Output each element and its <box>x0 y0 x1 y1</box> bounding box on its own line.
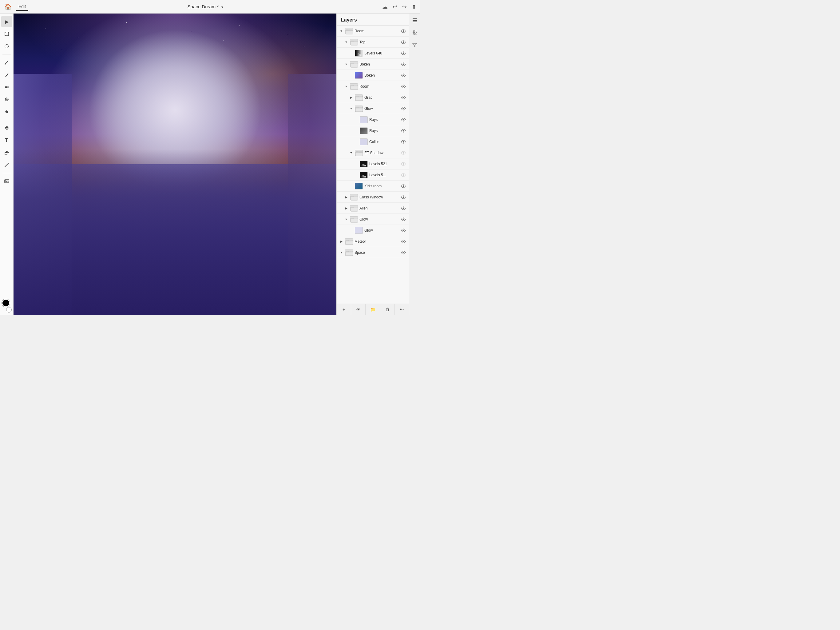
layer-visibility-button[interactable] <box>400 61 406 67</box>
add-layer-button[interactable]: + <box>337 304 351 315</box>
share-button[interactable]: ⬆ <box>412 3 416 10</box>
layer-visibility-button[interactable] <box>400 117 406 123</box>
layer-item[interactable]: ▼Glow <box>337 214 409 225</box>
layer-visibility-button[interactable] <box>400 128 406 134</box>
layer-item[interactable]: ▼Room <box>337 81 409 92</box>
redo-button[interactable]: ↪ <box>402 3 407 10</box>
layer-name: Bokeh <box>359 62 400 66</box>
layer-visibility-button[interactable] <box>400 216 406 222</box>
layer-toggle[interactable]: ▼ <box>349 106 353 111</box>
brush-tool[interactable] <box>1 57 12 68</box>
layer-toggle[interactable]: ▶ <box>344 206 348 211</box>
layer-name: Space <box>355 250 400 255</box>
layer-item[interactable]: Glow <box>337 225 409 236</box>
layer-item[interactable]: Rays <box>337 114 409 125</box>
transform-tool[interactable] <box>1 28 12 40</box>
layer-toggle[interactable]: ▼ <box>344 40 348 44</box>
layer-toggle[interactable]: ▶ <box>339 239 343 244</box>
lasso-tool[interactable] <box>1 41 12 52</box>
layer-toggle[interactable]: ▼ <box>339 29 343 33</box>
layer-visibility-button[interactable] <box>400 205 406 211</box>
adjustments-icon[interactable] <box>411 28 419 37</box>
layer-name: Bokeh <box>364 73 400 78</box>
select-tool[interactable]: ▶ <box>1 16 12 27</box>
layer-visibility-button[interactable] <box>400 172 406 178</box>
layer-item[interactable]: ▼ET Shadow <box>337 147 409 158</box>
foreground-color[interactable] <box>2 299 10 307</box>
layer-visibility-button[interactable] <box>400 161 406 167</box>
home-button[interactable]: 🏠 <box>4 2 12 11</box>
shapes-tool[interactable] <box>1 147 12 158</box>
dodge-tool[interactable] <box>1 122 12 133</box>
layer-item[interactable]: ▼Glow <box>337 103 409 114</box>
svg-point-36 <box>403 130 404 131</box>
layer-item[interactable]: ▼Room <box>337 25 409 36</box>
layer-visibility-button[interactable] <box>400 50 406 56</box>
layer-visibility-button[interactable] <box>400 183 406 189</box>
layer-item[interactable]: ▶Meteor <box>337 236 409 247</box>
layer-item[interactable]: ▼Bokeh <box>337 59 409 70</box>
layer-item[interactable]: Kid's room <box>337 180 409 192</box>
more-button[interactable]: ••• <box>395 304 409 315</box>
layer-toggle[interactable]: ▼ <box>339 250 343 255</box>
layer-item[interactable]: ▶Grad <box>337 92 409 103</box>
layer-item[interactable]: ▼Space <box>337 247 409 258</box>
filters-icon[interactable] <box>411 41 419 49</box>
layer-visibility-button[interactable] <box>400 106 406 112</box>
layer-toggle[interactable]: ▶ <box>349 95 353 100</box>
eraser-tool[interactable] <box>1 82 12 93</box>
layer-item[interactable]: Levels 5... <box>337 169 409 180</box>
layer-visibility-button[interactable] <box>400 83 406 90</box>
layer-toggle[interactable]: ▼ <box>344 217 348 222</box>
layer-item[interactable]: Rays <box>337 125 409 136</box>
layer-thumbnail <box>355 72 363 79</box>
svg-point-46 <box>403 207 404 209</box>
layer-toggle[interactable]: ▼ <box>344 62 348 66</box>
edit-tab[interactable]: Edit <box>16 3 28 11</box>
svg-line-9 <box>8 73 8 74</box>
layer-visibility-button[interactable] <box>400 28 406 34</box>
layer-visibility-button[interactable] <box>400 72 406 78</box>
healing-tool[interactable] <box>1 106 12 117</box>
layer-item[interactable]: Levels 521 <box>337 158 409 169</box>
layer-folder-icon <box>355 95 363 101</box>
layer-visibility-button[interactable] <box>400 139 406 145</box>
layer-visibility-button[interactable] <box>400 238 406 245</box>
layer-item[interactable]: Bokeh <box>337 70 409 81</box>
layer-toggle[interactable]: ▼ <box>344 84 348 89</box>
delete-layer-button[interactable]: 🗑 <box>381 304 395 315</box>
svg-rect-3 <box>5 35 6 36</box>
layer-item[interactable]: Levels 640 <box>337 47 409 59</box>
folder-button[interactable]: 📁 <box>366 304 380 315</box>
layer-visibility-button[interactable] <box>400 250 406 256</box>
layer-visibility-button[interactable] <box>400 227 406 233</box>
background-color[interactable] <box>6 307 12 313</box>
eye-layer-button[interactable]: 👁 <box>351 304 366 315</box>
line-tool[interactable] <box>1 159 12 171</box>
layer-visibility-button[interactable] <box>400 39 406 45</box>
layer-toggle[interactable]: ▶ <box>344 195 348 199</box>
canvas-area[interactable] <box>14 14 336 315</box>
layers-icon[interactable] <box>411 16 419 25</box>
layer-toggle <box>349 228 353 233</box>
layer-visibility-button[interactable] <box>400 150 406 156</box>
topbar-actions: ☁ ↩ ↪ ⬆ <box>382 3 416 10</box>
layer-folder-icon <box>350 39 358 45</box>
type-tool[interactable]: T <box>1 135 12 146</box>
pen-tool[interactable] <box>1 69 12 80</box>
undo-button[interactable]: ↩ <box>393 3 397 10</box>
layer-visibility-button[interactable] <box>400 95 406 101</box>
layer-visibility-button[interactable] <box>400 194 406 200</box>
layer-item[interactable]: ▼Top <box>337 36 409 47</box>
svg-point-22 <box>403 30 404 32</box>
layer-item[interactable]: ▶Alien <box>337 203 409 214</box>
layer-item[interactable]: ▶Glass Window <box>337 192 409 203</box>
image-tool[interactable] <box>1 176 12 187</box>
svg-point-42 <box>403 185 404 187</box>
clone-tool[interactable] <box>1 94 12 105</box>
layer-thumbnail <box>360 138 368 145</box>
cloud-button[interactable]: ☁ <box>382 3 388 10</box>
layer-item[interactable]: Collor <box>337 136 409 147</box>
layer-toggle[interactable]: ▼ <box>349 151 353 155</box>
layer-name: Levels 521 <box>369 162 400 166</box>
